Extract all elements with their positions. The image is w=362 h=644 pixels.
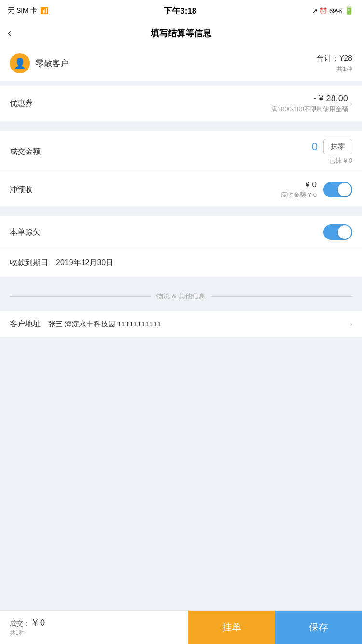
due-date-value[interactable]: 2019年12月30日 (56, 258, 113, 268)
bottom-transaction-row: 成交： ¥ 0 (10, 618, 179, 628)
title-line-right (211, 296, 352, 297)
bottom-spacer (0, 342, 362, 380)
coupon-label: 优惠券 (10, 98, 33, 109)
customer-row: 👤 零散客户 合计：¥28 共1种 (0, 45, 362, 81)
coupon-row[interactable]: 优惠券 - ¥ 28.00 满1000-100不限制使用金额 › (0, 86, 362, 121)
round-off-button[interactable]: 抹零 (323, 139, 352, 154)
transaction-row: 成交金额 0 抹零 已抹 ¥ 0 (0, 131, 362, 173)
coupon-section: 优惠券 - ¥ 28.00 满1000-100不限制使用金额 › (0, 86, 362, 121)
transaction-value-block: 0 抹零 已抹 ¥ 0 (312, 139, 352, 165)
bottom-bar: 成交： ¥ 0 共1种 挂单 保存 (0, 610, 362, 644)
address-value: 张三 海淀永丰科技园 11111111111 (48, 320, 348, 329)
title-line-left (10, 296, 151, 297)
save-button[interactable]: 保存 (275, 611, 362, 644)
alarm-icon: ⏰ (320, 7, 327, 14)
toggle-knob (338, 183, 351, 196)
debt-section: 本单赊欠 收款到期日 2019年12月30日 (0, 216, 362, 277)
debt-label: 本单赊欠 (10, 227, 41, 238)
debt-row: 本单赊欠 (0, 216, 362, 249)
avatar: 👤 (10, 53, 30, 73)
address-chevron-icon: › (350, 320, 352, 329)
address-row[interactable]: 客户地址 张三 海淀永丰科技园 11111111111 › (0, 311, 362, 337)
transaction-label: 成交金额 (10, 147, 41, 157)
transaction-value[interactable]: 0 (312, 140, 318, 153)
logistics-section-title-row: 物流 & 其他信息 (0, 286, 362, 307)
transaction-section: 成交金额 0 抹零 已抹 ¥ 0 冲预收 ¥ 0 应收金额 ¥ 0 (0, 131, 362, 206)
bottom-count: 共1种 (10, 629, 179, 637)
page-title: 填写结算等信息 (151, 28, 211, 39)
status-left: 无 SIM 卡 📶 (8, 6, 48, 15)
coupon-value-block: - ¥ 28.00 满1000-100不限制使用金额 › (271, 94, 352, 113)
customer-section: 👤 零散客户 合计：¥28 共1种 (0, 45, 362, 81)
coupon-chevron-icon: › (350, 99, 352, 108)
address-label: 客户地址 (10, 319, 41, 329)
status-right: ↗ ⏰ 69% 🔋 (312, 5, 354, 16)
prepayment-values: ¥ 0 应收金额 ¥ 0 (281, 180, 317, 199)
bottom-transaction-amount: ¥ 0 (33, 618, 45, 628)
prepayment-label: 冲预收 (10, 185, 33, 195)
already-zero-label: 已抹 ¥ 0 (329, 156, 352, 165)
battery-label: 69% (329, 7, 342, 14)
location-icon: ↗ (312, 7, 318, 14)
customer-name: 零散客户 (36, 58, 69, 69)
logistics-title: 物流 & 其他信息 (151, 292, 211, 301)
due-date-label: 收款到期日 (10, 258, 48, 268)
bottom-transaction-label: 成交： (10, 619, 30, 628)
bottom-summary: 成交： ¥ 0 共1种 (0, 618, 188, 637)
prepayment-receivable: 应收金额 ¥ 0 (281, 191, 317, 199)
divider-2 (0, 211, 362, 216)
customer-total-block: 合计：¥28 共1种 (316, 54, 352, 73)
status-time: 下午3:18 (164, 5, 196, 16)
divider-1 (0, 126, 362, 131)
prepayment-right: ¥ 0 应收金额 ¥ 0 (281, 180, 352, 199)
debt-toggle-knob (338, 225, 351, 239)
avatar-icon: 👤 (14, 57, 26, 69)
coupon-amount: - ¥ 28.00 (314, 94, 348, 104)
sim-label: 无 SIM 卡 (8, 6, 37, 15)
coupon-details: - ¥ 28.00 满1000-100不限制使用金额 (271, 94, 348, 113)
battery-icon: 🔋 (344, 5, 354, 16)
wifi-icon: 📶 (40, 7, 48, 14)
prepayment-toggle[interactable] (323, 182, 352, 197)
customer-info: 👤 零散客户 (10, 53, 69, 73)
customer-total: 合计：¥28 (316, 54, 352, 64)
prepayment-row: 冲预收 ¥ 0 应收金额 ¥ 0 (0, 173, 362, 206)
transaction-input-row: 0 抹零 (312, 139, 352, 154)
debt-toggle[interactable] (323, 224, 352, 240)
customer-count: 共1种 (316, 65, 352, 73)
guadan-button[interactable]: 挂单 (188, 611, 275, 644)
prepayment-amount: ¥ 0 (281, 180, 317, 190)
due-date-row: 收款到期日 2019年12月30日 (0, 249, 362, 277)
status-bar: 无 SIM 卡 📶 下午3:18 ↗ ⏰ 69% 🔋 (0, 0, 362, 21)
back-button[interactable]: ‹ (8, 27, 11, 40)
nav-bar: ‹ 填写结算等信息 (0, 21, 362, 45)
divider-4 (0, 307, 362, 311)
coupon-desc: 满1000-100不限制使用金额 (271, 105, 348, 113)
address-section: 客户地址 张三 海淀永丰科技园 11111111111 › (0, 311, 362, 337)
divider-3 (0, 281, 362, 286)
